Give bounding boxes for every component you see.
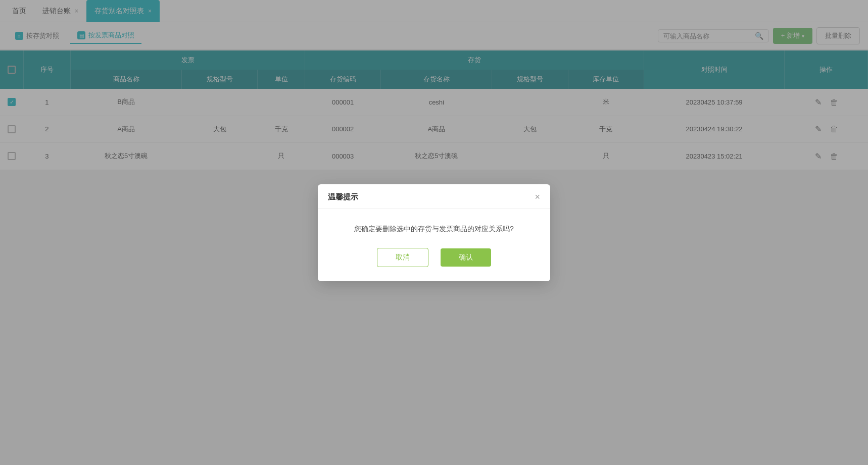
modal-overlay: 温馨提示 × 您确定要删除选中的存货与发票商品的对应关系吗? 取消 确认: [0, 0, 868, 170]
